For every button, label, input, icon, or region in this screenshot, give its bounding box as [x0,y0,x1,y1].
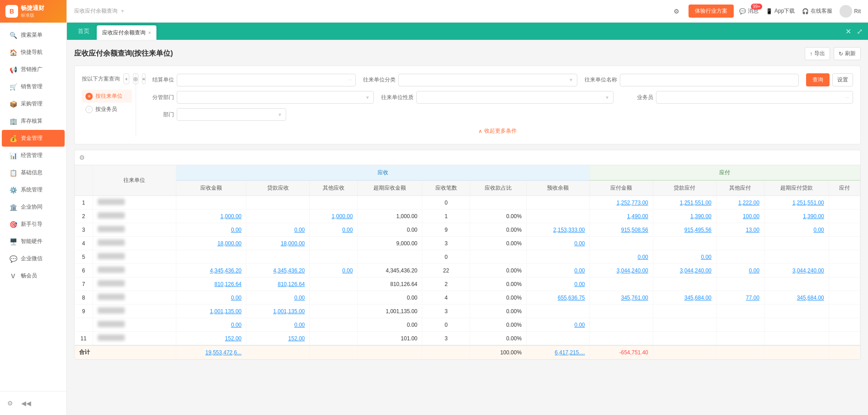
partner-name-input[interactable] [620,74,799,86]
table-cell[interactable]: 0.00 [246,223,310,237]
table-cell[interactable]: 0.00 [246,318,310,332]
table-cell[interactable]: 1,222.00 [716,196,764,210]
window-close-btn[interactable]: ✕ [844,25,853,38]
table-cell[interactable]: 3,044,240.00 [653,264,716,277]
sidebar-item-purchase[interactable]: 📦 采购管理 [2,95,65,112]
table-cell[interactable]: 3,044,240.00 [590,264,653,277]
division-input[interactable]: ▼ [177,91,374,104]
table-cell[interactable]: 0.00 [176,291,246,305]
footer-advance-balance[interactable]: 6,417,215.... [526,345,590,359]
filter-option-by-unit[interactable]: ⊕ 按往来单位 [82,90,132,103]
table-cell [526,332,590,346]
table-cell[interactable]: 18,000.00 [246,237,310,250]
app-download-btn[interactable]: 📱 App下载 [766,7,795,15]
table-cell[interactable]: 152.00 [246,332,310,346]
table-cell[interactable]: 810,126.64 [246,277,310,291]
table-cell[interactable]: 1,000.00 [176,210,246,223]
department-input[interactable]: ▼ [177,108,286,121]
message-btn[interactable]: 💬 消息 99+ [739,7,759,15]
sidebar-item-hardware[interactable]: 🖥️ 智能硬件 [2,233,65,250]
table-cell[interactable]: 915,495.56 [653,223,716,237]
filter-option-by-staff[interactable]: ○ 按业务员 [82,103,132,116]
collapse-sidebar-btn[interactable]: ◀◀ [20,397,33,410]
table-cell[interactable]: 1,490.00 [590,210,653,223]
table-cell[interactable]: 0.00 [176,318,246,332]
table-cell[interactable]: 1,001,135.00 [246,305,310,318]
filter-collapse-btn[interactable]: ∧ 收起更多条件 [142,125,853,137]
table-cell[interactable]: 0.00 [310,264,358,277]
window-max-btn[interactable]: ⤢ [855,25,864,38]
table-cell[interactable]: 345,684.00 [764,291,829,305]
table-cell[interactable]: 1,000.00 [310,210,358,223]
header-gear-btn[interactable]: ⚙ [670,5,683,18]
table-cell[interactable]: 1,001,135.00 [176,305,246,318]
table-cell[interactable]: 0.00 [526,277,590,291]
sidebar-item-quick-nav[interactable]: 🏠 快捷导航 [2,44,65,61]
table-cell: 3 [422,237,470,250]
table-cell[interactable]: 0.00 [764,223,829,237]
table-cell[interactable]: 4,345,436.20 [246,264,310,277]
sidebar-item-system[interactable]: ⚙️ 系统管理 [2,181,65,198]
table-cell[interactable]: 0.00 [176,223,246,237]
sidebar-item-vip[interactable]: V 畅会员 [2,267,65,284]
table-cell[interactable]: 1,252,773.00 [590,196,653,210]
settings-button[interactable]: 设置 [832,73,853,86]
table-cell[interactable]: 0.00 [526,264,590,277]
table-cell[interactable]: 0.00 [653,250,716,264]
table-cell[interactable]: 810,126.64 [176,277,246,291]
table-cell[interactable]: 1,251,551.00 [653,196,716,210]
sidebar-item-wechat[interactable]: 💬 企业微信 [2,250,65,267]
table-cell[interactable]: 1,251,551.00 [764,196,829,210]
table-cell[interactable]: 18,000.00 [176,237,246,250]
table-cell[interactable]: 0.00 [590,250,653,264]
sidebar-item-guide[interactable]: 🎯 新手引导 [2,216,65,233]
table-cell[interactable]: 0.00 [526,237,590,250]
table-cell[interactable]: 152.00 [176,332,246,346]
settlement-unit-input[interactable]: ··· [177,74,356,86]
tab-home[interactable]: 首页 [71,23,97,40]
table-cell[interactable]: 1,390.00 [764,210,829,223]
table-cell[interactable]: 0.00 [310,223,358,237]
table-cell[interactable]: 77.00 [716,291,764,305]
footer-receivable-amount[interactable]: 19,553,472,6... [176,345,246,359]
sidebar-item-enterprise[interactable]: 🏛️ 企业协同 [2,199,65,215]
table-cell[interactable]: 0.00 [246,291,310,305]
tab-close-btn[interactable]: × [148,30,151,35]
user-area[interactable]: Rit [840,5,861,18]
query-button[interactable]: 查询 [806,73,830,86]
table-cell[interactable]: 100.00 [716,210,764,223]
table-cell: 8 [75,291,93,305]
table-settings-icon[interactable]: ⚙ [79,154,85,161]
sidebar-item-sales[interactable]: 🛒 销售管理 [2,78,65,95]
table-cell[interactable]: 3,044,240.00 [764,264,829,277]
table-cell[interactable]: 0.00 [526,318,590,332]
table-cell[interactable]: 655,636.75 [526,291,590,305]
salesperson-input[interactable]: ··· [656,91,853,104]
sidebar-item-finance[interactable]: 💰 资金管理 [2,130,65,147]
table-cell[interactable]: 915,508.56 [590,223,653,237]
table-cell[interactable]: 345,761.00 [590,291,653,305]
table-cell[interactable]: 2,153,333.00 [526,223,590,237]
table-cell[interactable]: 4,345,436.20 [176,264,246,277]
sidebar-item-operations[interactable]: 📊 经营管理 [2,147,65,164]
online-service-btn[interactable]: 🎧 在线客服 [802,7,832,15]
solution-button[interactable]: 体验行业方案 [689,5,734,18]
table-cell[interactable]: 345,684.00 [653,291,716,305]
table-cell [590,318,653,332]
export-button[interactable]: ↑ 导出 [805,47,830,60]
sidebar-item-inventory[interactable]: 🏢 库存核算 [2,113,65,129]
filter-target-btn[interactable]: ◎ [133,73,138,84]
refresh-button[interactable]: ↻ 刷新 [834,47,861,60]
table-cell[interactable]: 13.00 [716,223,764,237]
add-filter-btn[interactable]: ＋ [123,73,129,84]
settings-footer-btn[interactable]: ⚙ [4,397,16,410]
sidebar-item-basic-info[interactable]: 📋 基础信息 [2,164,65,181]
table-row: 7810,126.64810,126.64810,126.6420.00%0.0… [75,277,860,291]
partner-category-input[interactable]: ▼ [398,74,577,86]
table-cell[interactable]: 1,390.00 [653,210,716,223]
table-cell[interactable]: 0.00 [716,264,764,277]
sidebar-item-search[interactable]: 🔍 搜索菜单 [2,27,65,43]
sidebar-item-marketing[interactable]: 📢 营销推广 [2,61,65,78]
partner-nature-input[interactable]: ▼ [416,91,613,104]
tab-active[interactable]: 应收应付余额查询 × [97,25,156,40]
